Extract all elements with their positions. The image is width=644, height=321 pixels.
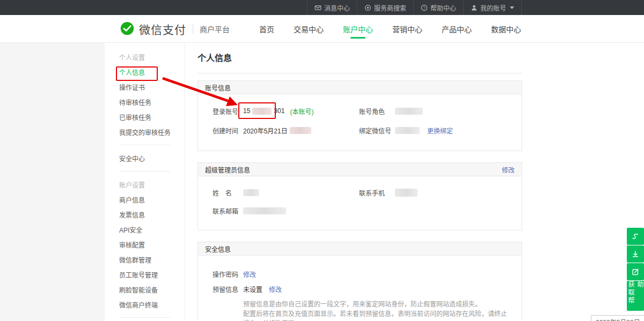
sidebar-header-personal-settings: 个人设置 [119, 50, 185, 65]
sidebar-item-reviewed-tasks[interactable]: 已审核任务 [119, 110, 185, 125]
reserve-info-value: 未设置 修改 [243, 285, 522, 294]
sidebar-header-account-settings: 账户设置 [119, 178, 185, 193]
login-account-label: 登录账号 [213, 107, 243, 116]
account-role-label: 账号角色 [359, 107, 395, 116]
wechat-pay-logo-icon [119, 21, 135, 37]
sidebar-item-staff-account-management[interactable]: 员工账号管理 [119, 268, 185, 283]
login-account-suffix: 301 [274, 107, 284, 115]
nav-marketing-center[interactable]: 营销中心 [391, 16, 423, 42]
account-info-card-header: 账号信息 [197, 80, 522, 94]
created-time-label: 创建时间 [213, 126, 243, 135]
modify-admin-link[interactable]: 修改 [502, 165, 515, 174]
admin-row-2: 联系邮箱 [213, 203, 522, 218]
topbar-help-center[interactable]: ? 帮助中心 [413, 0, 463, 15]
question-icon: ? [421, 4, 428, 11]
left-gray-strip [0, 43, 105, 321]
topbar-message-center[interactable]: 消息中心 [307, 0, 357, 15]
security-info-card-body: 操作密码 修改 预留信息 未设置 修改 预留信息是由你自己设置的一段文字，用 [197, 256, 522, 321]
mail-icon [314, 4, 321, 11]
sidebar-item-review-config[interactable]: 审核配置 [119, 238, 185, 253]
sidebar-divider [119, 171, 170, 171]
brand-name: 微信支付 [139, 21, 186, 37]
sidebar-item-security-center[interactable]: 安全中心 [119, 152, 185, 167]
header: 微信支付 商户平台 首页 交易中心 账户中心 营销中心 产品中心 数据中心 [0, 15, 644, 43]
page-body: 个人设置 个人信息 操作证书 待审核任务 已审核任务 我提交的审核任务 安全中心… [0, 43, 644, 321]
operation-password-value: 修改 [243, 270, 522, 279]
account-role-value [395, 108, 522, 115]
reserve-info-description: 预留信息是由你自己设置的一段文字，用来鉴定网站身份，防止假冒网站造成损失。 配置… [243, 300, 511, 321]
redacted-name [243, 189, 259, 196]
sidebar-divider [119, 317, 170, 318]
sidebar-divider [119, 145, 170, 145]
topbar-service-provider-search[interactable]: 服务商搜索 [357, 0, 413, 15]
super-admin-card: 超级管理员信息 修改 姓 名 联系手机 联 [197, 162, 522, 230]
sidebar-item-invoice-info[interactable]: 发票信息 [119, 208, 185, 223]
nav-data-center[interactable]: 数据中心 [490, 16, 522, 42]
modify-password-link[interactable]: 修改 [243, 270, 256, 279]
search-icon [364, 4, 371, 11]
contact-phone-label: 联系手机 [359, 188, 395, 197]
reserve-info-label: 预留信息 [213, 285, 243, 294]
sidebar-item-my-submitted-tasks[interactable]: 我提交的审核任务 [119, 125, 185, 140]
operation-password-label: 操作密码 [213, 270, 243, 279]
nav-transaction-center[interactable]: 交易中心 [292, 16, 325, 42]
nav-product-center[interactable]: 产品中心 [441, 16, 473, 42]
operation-password-row: 操作密码 修改 [213, 266, 522, 281]
sidebar-item-operation-certificate[interactable]: 操作证书 [119, 80, 185, 95]
link-icon [631, 232, 640, 241]
feedback-button[interactable] [627, 263, 644, 280]
reserve-info-row: 预留信息 未设置 修改 [213, 281, 522, 296]
download-icon [631, 250, 640, 258]
user-icon [471, 4, 478, 11]
redacted-email [243, 207, 286, 214]
nav-home[interactable]: 首页 [258, 16, 275, 42]
brand-platform-label: 商户平台 [200, 24, 230, 34]
date-tooltip: 2020年5月22日 [591, 315, 644, 321]
sidebar-item-wechat-group-management[interactable]: 微信群管理 [119, 253, 185, 268]
title-divider [197, 73, 522, 73]
current-account-tag: (本账号) [290, 107, 313, 116]
desc-line-1: 预留信息是由你自己设置的一段文字，用来鉴定网站身份，防止假冒网站造成损失。 [243, 300, 511, 309]
contact-email-label: 联系邮箱 [213, 206, 243, 215]
redacted-phone [395, 189, 418, 197]
sidebar: 个人设置 个人信息 操作证书 待审核任务 已审核任务 我提交的审核任务 安全中心… [105, 43, 185, 321]
sidebar-item-wechat-merchant-terminal[interactable]: 微信商户终端 [119, 298, 185, 313]
topbar-item-label: 消息中心 [324, 3, 350, 12]
sidebar-item-pending-review-tasks[interactable]: 待审核任务 [119, 95, 185, 110]
download-button[interactable] [627, 245, 644, 263]
account-row-1: 登录账号 15 301 (本账号) 账号角色 [213, 103, 522, 118]
super-admin-card-body: 姓 名 联系手机 联系邮箱 [197, 176, 522, 230]
reserve-info-status: 未设置 [243, 285, 262, 294]
contact-phone-value [395, 189, 522, 197]
svg-text:?: ? [423, 5, 426, 9]
contact-email-value [243, 207, 359, 214]
created-time-value: 2020年5月21日 [243, 126, 359, 135]
card-title: 安全信息 [205, 244, 231, 253]
sidebar-item-merchant-info[interactable]: 商户信息 [119, 193, 185, 208]
sidebar-item-face-payment-devices[interactable]: 刷脸智能设备 [119, 283, 185, 298]
topbar-item-label: 我的账号 [480, 3, 506, 12]
nav-account-center[interactable]: 账户中心 [342, 16, 374, 42]
admin-row-1: 姓 名 联系手机 [213, 185, 522, 200]
login-account-prefix: 15 [243, 107, 250, 115]
quick-link-button[interactable] [627, 228, 644, 245]
floating-help-bar: 获取帮助 [627, 228, 644, 311]
change-binding-link[interactable]: 更换绑定 [427, 126, 453, 135]
account-info-card: 账号信息 登录账号 15 301 (本账号) 账号角色 [197, 80, 522, 151]
redacted-created-time [290, 127, 311, 134]
modify-reserve-link[interactable]: 修改 [269, 285, 282, 294]
main-content: 个人信息 账号信息 登录账号 15 301 (本账号) [197, 43, 522, 321]
topbar-my-account[interactable]: 我的账号 [463, 0, 522, 15]
topbar-item-label: 帮助中心 [430, 3, 456, 12]
main-nav: 首页 交易中心 账户中心 营销中心 产品中心 数据中心 [258, 15, 522, 43]
chevron-down-icon [510, 6, 514, 9]
sidebar-item-api-security[interactable]: API安全 [119, 223, 185, 238]
topbar-menu: 消息中心 服务商搜索 ? 帮助中心 我的账号 [307, 0, 522, 15]
redacted-login-account [252, 108, 272, 115]
get-help-button[interactable]: 获取帮助 [627, 281, 644, 311]
sidebar-item-personal-info[interactable]: 个人信息 [119, 65, 185, 80]
name-value [243, 189, 359, 196]
page-title: 个人信息 [197, 51, 522, 64]
redacted-account-role [395, 108, 423, 115]
topbar: 消息中心 服务商搜索 ? 帮助中心 我的账号 [0, 0, 644, 15]
